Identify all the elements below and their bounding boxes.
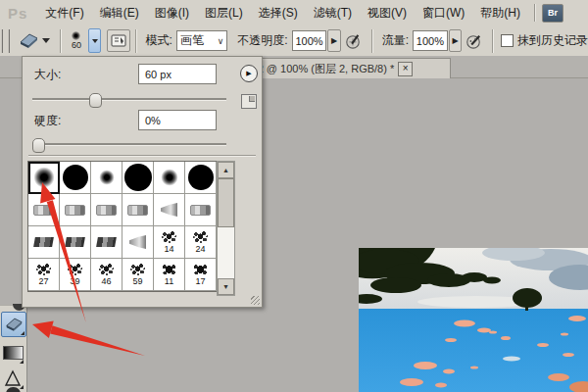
flow-slider-button[interactable]: ▶ xyxy=(449,29,463,52)
brush-preset-17[interactable]: 17 xyxy=(185,259,217,291)
tool-options-bar: 60 模式: 画笔 ∨ 不透明度: 100% ▶ 流量: xyxy=(0,25,588,57)
brush-preset-4[interactable] xyxy=(154,162,185,194)
flyout-indicator xyxy=(20,385,24,389)
annotation-arrow-eraser xyxy=(32,321,145,356)
separator xyxy=(371,29,373,53)
nozzle-light-brush-icon xyxy=(127,205,148,216)
brush-preset-3[interactable] xyxy=(122,162,154,194)
menu-filter[interactable]: 滤镜(T) xyxy=(306,1,360,25)
canvas-photo[interactable] xyxy=(359,248,588,392)
eraser-tool-button[interactable] xyxy=(1,312,26,337)
brush-preset-8[interactable] xyxy=(91,194,122,226)
brush-preset-1[interactable] xyxy=(60,162,91,194)
brush-preset-number: 14 xyxy=(164,245,173,254)
separator xyxy=(60,29,62,53)
spatter-brush-icon xyxy=(161,230,177,244)
scrollbar-thumb[interactable] xyxy=(218,178,234,227)
opacity-input[interactable]: 100% xyxy=(292,30,327,51)
brush-preset-14[interactable] xyxy=(91,226,122,259)
spatter-brush-icon xyxy=(129,263,146,276)
brush-tip-icon xyxy=(72,31,80,40)
brush-preset-14[interactable]: 14 xyxy=(154,226,185,259)
gradient-icon xyxy=(3,346,24,360)
brush-preset-11[interactable] xyxy=(185,194,217,226)
size-slider[interactable] xyxy=(32,92,226,106)
brush-panel-icon xyxy=(111,33,126,48)
gradient-tool-button[interactable] xyxy=(1,341,24,365)
flow-label: 流量: xyxy=(382,32,409,49)
brush-preset-27[interactable]: 27 xyxy=(28,259,60,291)
brush-preset-46[interactable]: 46 xyxy=(91,259,122,291)
opacity-label: 不透明度: xyxy=(237,32,287,49)
eraser-tool-preset-button[interactable] xyxy=(13,29,55,52)
menu-edit[interactable]: 编辑(E) xyxy=(92,1,147,25)
brush-preset-24[interactable]: 24 xyxy=(185,226,217,259)
hard-round-brush-icon xyxy=(124,164,152,191)
scrollbar[interactable]: ▲ ▼ xyxy=(217,161,235,296)
menu-file[interactable]: 文件(F) xyxy=(37,1,91,25)
size-slider-thumb[interactable] xyxy=(89,93,102,108)
brush-picker-dropdown-button[interactable] xyxy=(88,28,102,53)
document-tab[interactable]: -2 @ 100% (图层 2, RGB/8) * × xyxy=(247,58,451,78)
hardness-slider-thumb[interactable] xyxy=(32,138,45,153)
brush-preset-0[interactable] xyxy=(28,162,60,194)
brush-preset-11[interactable]: 11 xyxy=(154,259,185,291)
panel-menu-button[interactable]: ▶ xyxy=(240,65,258,82)
cone-brush-icon xyxy=(161,203,177,217)
toggle-brush-panel-button[interactable] xyxy=(107,29,129,52)
size-label: 大小: xyxy=(34,67,61,83)
menu-help[interactable]: 帮助(H) xyxy=(472,1,528,25)
brush-preset-9[interactable] xyxy=(122,194,154,226)
cone-brush-icon xyxy=(129,235,146,249)
slider-track xyxy=(32,143,226,146)
brush-preset-5[interactable] xyxy=(185,162,217,194)
mode-select[interactable]: 画笔 ∨ xyxy=(176,30,227,51)
nozzle-dark-brush-icon xyxy=(96,237,117,247)
divider xyxy=(28,155,256,157)
opacity-slider-button[interactable]: ▶ xyxy=(327,29,341,52)
erase-to-history-checkbox[interactable] xyxy=(501,34,514,47)
brush-preset-7[interactable] xyxy=(60,194,91,226)
erase-to-history-label: 抹到历史记录 xyxy=(517,32,588,49)
nozzle-light-brush-icon xyxy=(33,205,54,216)
scroll-up-button[interactable]: ▲ xyxy=(218,162,234,178)
brush-preset-59[interactable]: 59 xyxy=(122,259,154,291)
brush-preset-panel: 大小: 60 px ▶ 硬度: 0% 1424273946591117 ▲ ▼ xyxy=(22,56,263,308)
menu-view[interactable]: 视图(V) xyxy=(360,1,415,25)
chalk-brush-icon xyxy=(192,263,209,276)
flow-input[interactable]: 100% xyxy=(413,30,448,51)
separator xyxy=(492,29,494,53)
brush-preset-number: 59 xyxy=(132,277,142,286)
mode-label: 模式: xyxy=(146,32,172,49)
panel-resize-grip[interactable] xyxy=(251,296,260,305)
brush-preset-15[interactable] xyxy=(122,226,154,259)
menu-select[interactable]: 选择(S) xyxy=(251,1,306,25)
flyout-indicator xyxy=(20,360,24,364)
close-icon[interactable]: × xyxy=(398,62,413,76)
chevron-down-icon: ∨ xyxy=(218,36,224,46)
menu-layer[interactable]: 图层(L) xyxy=(197,1,251,25)
hardness-label: 硬度: xyxy=(34,113,61,129)
spatter-brush-icon xyxy=(35,263,52,276)
create-new-brush-button[interactable] xyxy=(241,94,257,109)
brush-preset-39[interactable]: 39 xyxy=(60,259,91,291)
soft-round-brush-icon xyxy=(161,169,178,186)
menu-window[interactable]: 窗口(W) xyxy=(415,1,472,25)
scroll-down-button[interactable]: ▼ xyxy=(218,278,234,295)
size-input[interactable]: 60 px xyxy=(138,64,217,84)
airbrush-icon[interactable] xyxy=(466,31,483,51)
document-tab-title: -2 @ 100% (图层 2, RGB/8) * xyxy=(254,62,394,76)
tablet-pressure-opacity-icon[interactable] xyxy=(345,31,363,51)
brush-preset-10[interactable] xyxy=(154,194,185,226)
hardness-slider[interactable] xyxy=(32,137,226,151)
menu-bar: Ps 文件(F) 编辑(E) 图像(I) 图层(L) 选择(S) 滤镜(T) 视… xyxy=(0,0,588,26)
launch-bridge-button[interactable]: Br xyxy=(542,4,564,23)
hardness-input[interactable]: 0% xyxy=(138,110,217,130)
brush-preset-2[interactable] xyxy=(91,162,122,194)
brush-preset-12[interactable] xyxy=(28,226,60,259)
brush-preset-number: 11 xyxy=(165,277,173,286)
brush-preset-13[interactable] xyxy=(60,226,91,259)
menu-image[interactable]: 图像(I) xyxy=(147,1,197,25)
brush-preset-6[interactable] xyxy=(28,194,60,226)
brush-preview[interactable]: 60 xyxy=(67,31,86,50)
